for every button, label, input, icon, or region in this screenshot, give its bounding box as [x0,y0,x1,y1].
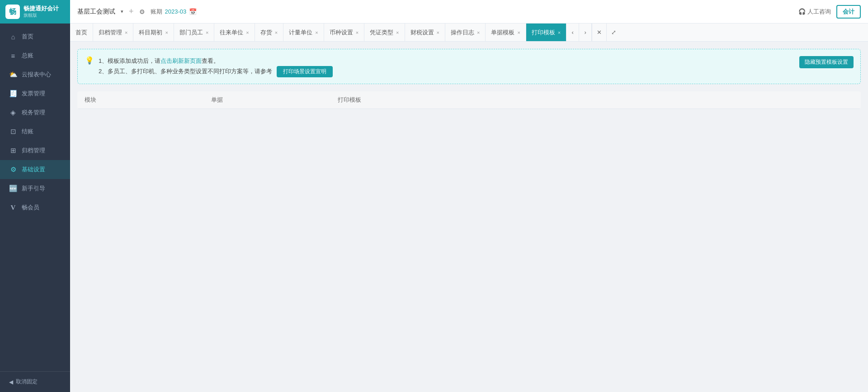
tab-nav-right[interactable]: › [579,24,592,41]
tab-close-all[interactable]: ✕ [592,24,606,41]
tab-currency[interactable]: 币种设置 × [324,24,364,41]
period-label: 账期 [151,8,162,16]
member-icon: V [9,203,17,212]
sidebar-logo: 畅 畅捷通好会计 旗舰版 [0,0,70,24]
add-company-icon[interactable]: + [129,7,134,16]
sidebar-unpin-button[interactable]: ◀ 取消固定 [0,371,70,392]
tab-close-currency[interactable]: × [356,30,359,35]
settings-icon: ⚙ [9,165,17,174]
tab-expand[interactable]: ⤢ [606,24,621,41]
tab-archive[interactable]: 归档管理 × [93,24,133,41]
sidebar-item-close[interactable]: ⊡ 结账 [0,122,70,141]
sidebar-item-invoice[interactable]: 🧾 发票管理 [0,84,70,103]
company-name: 基层工会测试 [77,8,115,16]
tab-close-tax-settings[interactable]: × [437,30,439,35]
tab-voucher-type[interactable]: 凭证类型 × [364,24,405,41]
home-icon: ⌂ [9,33,17,41]
tabbar: 首页 归档管理 × 科目期初 × 部门员工 × 往来单位 × 存货 × 计量单位… [70,24,868,42]
notice-line2-prefix: 2、多员工、多打印机、多种业务类型设置不同打印方案等，请参考 [99,68,272,75]
unpin-icon: ◀ [9,379,13,385]
notice-content: 1、模板添加成功后，请点击刷新新页面查看。 2、多员工、多打印机、多种业务类型设… [99,56,853,77]
kuaiji-button[interactable]: 会计 [836,5,861,19]
tax-icon: ◈ [9,109,17,117]
tab-close-inventory[interactable]: × [275,30,278,35]
tab-inventory[interactable]: 存货 × [255,24,283,41]
notice-line1-prefix: 1、模板添加成功后，请 [99,57,160,64]
sidebar-label-close: 结账 [22,128,33,136]
logo-icon: 畅 [5,5,20,19]
sidebar-item-tax[interactable]: ◈ 税务管理 [0,103,70,122]
content-wrapper: 隐藏预置模板设置 💡 1、模板添加成功后，请点击刷新新页面查看。 2、多员工、多… [77,49,861,109]
data-table: 模块 单据 打印模板 [77,91,861,109]
tab-operation-log[interactable]: 操作日志 × [445,24,486,41]
notice-lightbulb-icon: 💡 [85,56,94,65]
sidebar-item-guide[interactable]: 🆕 新手引导 [0,179,70,198]
tab-supplier[interactable]: 往来单位 × [214,24,255,41]
archive-icon: ⊞ [9,146,17,155]
th-module: 模块 [77,91,204,109]
tab-close-department[interactable]: × [206,30,208,35]
sidebar-label-settings: 基础设置 [22,165,45,174]
topbar: 基层工会测试 ▾ + ⚙ 账期 2023-03 📅 🎧 人工咨询 会计 [70,0,868,24]
tab-close-subjects[interactable]: × [165,30,168,35]
sidebar-label-member: 畅会员 [22,203,39,212]
sidebar-nav: ⌂ 首页 ≡ 总账 ⛅ 云报表中心 🧾 发票管理 ◈ 税务管理 ⊡ 结账 ⊞ 归… [0,24,70,371]
reports-icon: ⛅ [9,71,17,79]
tab-tax-settings[interactable]: 财税设置 × [405,24,445,41]
help-label: 人工咨询 [807,8,831,16]
tab-close-supplier[interactable]: × [246,30,249,35]
print-scene-button[interactable]: 打印场景设置宣明 [277,66,333,77]
th-print-template: 打印模板 [330,91,861,109]
notice-box: 💡 1、模板添加成功后，请点击刷新新页面查看。 2、多员工、多打印机、多种业务类… [77,49,861,84]
main-area: 基层工会测试 ▾ + ⚙ 账期 2023-03 📅 🎧 人工咨询 会计 首页 归… [70,0,868,392]
tab-close-voucher-type[interactable]: × [396,30,399,35]
calendar-icon[interactable]: 📅 [189,8,197,15]
notice-line1: 1、模板添加成功后，请点击刷新新页面查看。 [99,56,853,66]
tab-subjects[interactable]: 科目期初 × [133,24,174,41]
content-area: 隐藏预置模板设置 💡 1、模板添加成功后，请点击刷新新页面查看。 2、多员工、多… [70,42,868,392]
sidebar-item-reports[interactable]: ⛅ 云报表中心 [0,65,70,84]
sidebar-label-reports: 云报表中心 [22,71,51,79]
guide-icon: 🆕 [9,184,17,193]
sidebar-label-home: 首页 [22,33,33,41]
tab-nav-left[interactable]: ‹ [566,24,579,41]
tab-close-archive[interactable]: × [125,30,127,35]
tab-close-unit[interactable]: × [315,30,318,35]
tab-home[interactable]: 首页 [70,24,93,41]
headset-icon: 🎧 [798,8,806,15]
help-button[interactable]: 🎧 人工咨询 [798,8,831,16]
tab-close-print-template[interactable]: × [558,30,561,35]
tab-single-template[interactable]: 单据模板 × [486,24,526,41]
tab-close-single-template[interactable]: × [517,30,520,35]
sidebar: 畅 畅捷通好会计 旗舰版 ⌂ 首页 ≡ 总账 ⛅ 云报表中心 🧾 发票管理 ◈ … [0,0,70,392]
sidebar-label-ledger: 总账 [22,52,33,60]
logo-subtitle: 旗舰版 [24,12,59,19]
period-value: 2023-03 [165,8,187,15]
logo-title: 畅捷通好会计 [24,5,59,13]
sidebar-label-invoice: 发票管理 [22,90,45,98]
sidebar-item-home[interactable]: ⌂ 首页 [0,27,70,46]
company-dropdown-icon[interactable]: ▾ [121,9,123,14]
sidebar-item-settings[interactable]: ⚙ 基础设置 [0,160,70,179]
tab-department[interactable]: 部门员工 × [174,24,214,41]
notice-line2: 2、多员工、多打印机、多种业务类型设置不同打印方案等，请参考 打印场景设置宣明 [99,66,853,77]
th-voucher: 单据 [204,91,330,109]
sidebar-item-ledger[interactable]: ≡ 总账 [0,46,70,65]
sidebar-item-archive[interactable]: ⊞ 归档管理 [0,141,70,160]
notice-refresh-link[interactable]: 点击刷新新页面 [160,57,202,64]
invoice-icon: 🧾 [9,90,17,98]
table-header: 模块 单据 打印模板 [77,91,861,109]
tab-unit[interactable]: 计量单位 × [283,24,324,41]
tab-print-template[interactable]: 打印模板 × [526,24,566,41]
sidebar-label-archive: 归档管理 [22,146,45,155]
sidebar-label-guide: 新手引导 [22,184,45,193]
tab-close-operation-log[interactable]: × [477,30,480,35]
period-display: 账期 2023-03 📅 [151,8,197,16]
topbar-settings-icon[interactable]: ⚙ [139,8,145,15]
hide-template-button[interactable]: 隐藏预置模板设置 [799,56,854,68]
topbar-right: 🎧 人工咨询 会计 [798,5,861,19]
sidebar-label-tax: 税务管理 [22,109,45,117]
notice-line1-suffix: 查看。 [202,57,219,64]
close-account-icon: ⊡ [9,128,17,136]
sidebar-item-member[interactable]: V 畅会员 [0,198,70,217]
